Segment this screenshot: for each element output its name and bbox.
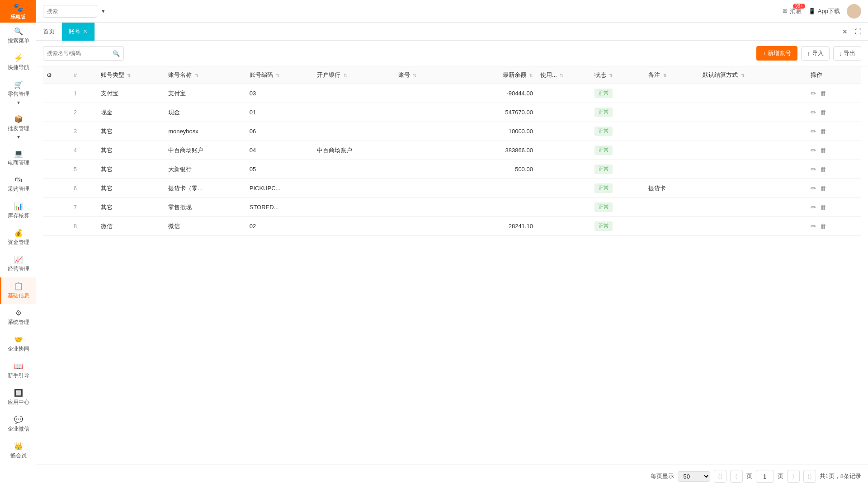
of-page-label: 页 — [778, 472, 783, 480]
operations-icon: 📈 — [14, 255, 23, 264]
tab-home-label: 首页 — [43, 28, 55, 36]
search-input[interactable] — [47, 50, 110, 56]
tab-home[interactable]: 首页 — [36, 23, 62, 41]
sidebar-item-wechat[interactable]: 💬 企业微信 — [0, 411, 36, 437]
cell-status: 正常 — [591, 84, 645, 103]
delete-button[interactable]: 🗑 — [820, 222, 827, 230]
sidebar-item-vip[interactable]: 👑 畅会员 — [0, 437, 36, 464]
cell-code: PICKUPC... — [246, 179, 314, 198]
search-icon[interactable]: 🔍 — [113, 50, 120, 57]
sidebar-item-inventory[interactable]: 📊 库存核算 — [0, 197, 36, 224]
cell-account — [395, 179, 462, 198]
last-page-button[interactable]: ⟩⟩ — [803, 470, 816, 483]
delete-button[interactable]: 🗑 — [820, 108, 827, 116]
cell-status: 正常 — [591, 198, 645, 217]
sidebar-item-retail[interactable]: 🛒 零售管理 ▾ — [0, 76, 36, 110]
message-button[interactable]: ✉ 消息 99+ — [783, 7, 802, 15]
col-remark[interactable]: 备注 ⇅ — [645, 66, 699, 84]
sidebar-item-search[interactable]: 🔍 搜索菜单 — [0, 23, 36, 49]
accounts-table: ⚙ # 账号类型 ⇅ 账号名称 ⇅ 账号编码 ⇅ — [43, 66, 861, 236]
cell-settings — [43, 84, 70, 103]
cell-type: 其它 — [97, 141, 165, 160]
delete-button[interactable]: 🗑 — [820, 165, 827, 173]
cell-action: ✏ 🗑 — [807, 141, 861, 160]
sidebar-item-label: 资金管理 — [8, 239, 29, 246]
cell-code: 05 — [246, 160, 314, 179]
sidebar-item-finance[interactable]: 💰 资金管理 — [0, 224, 36, 251]
col-name[interactable]: 账号名称 ⇅ — [165, 66, 246, 84]
finance-icon: 💰 — [14, 229, 23, 237]
sidebar-item-system[interactable]: ⚙ 系统管理 — [0, 304, 36, 331]
cell-num: 4 — [70, 141, 97, 160]
sidebar-item-label: 采购管理 — [8, 185, 29, 193]
tab-expand-button[interactable]: ⛶ — [853, 26, 863, 37]
sidebar-item-shortcut[interactable]: ⚡ 快捷导航 — [0, 49, 36, 76]
status-badge: 正常 — [594, 202, 613, 212]
message-icon: ✉ — [783, 8, 788, 14]
header-search-input[interactable] — [43, 5, 97, 18]
delete-button[interactable]: 🗑 — [820, 127, 827, 135]
cell-num: 8 — [70, 217, 97, 236]
edit-button[interactable]: ✏ — [811, 184, 816, 192]
sidebar-item-label: 畅会员 — [10, 452, 27, 460]
delete-button[interactable]: 🗑 — [820, 184, 827, 192]
col-status[interactable]: 状态 ⇅ — [591, 66, 645, 84]
col-account[interactable]: 账号 ⇅ — [395, 66, 462, 84]
sidebar-item-basic[interactable]: 📋 基础信息 — [0, 277, 36, 304]
tab-close-button[interactable]: ✕ — [840, 26, 850, 37]
col-type[interactable]: 账号类型 ⇅ — [97, 66, 165, 84]
col-use[interactable]: 使用... ⇅ — [537, 66, 591, 84]
delete-button[interactable]: 🗑 — [820, 89, 827, 97]
delete-button[interactable]: 🗑 — [820, 203, 827, 211]
cell-balance: 28241.10 — [462, 217, 537, 236]
sidebar-item-agreement[interactable]: 🤝 企业协同 — [0, 331, 36, 357]
col-code[interactable]: 账号编码 ⇅ — [246, 66, 314, 84]
edit-button[interactable]: ✏ — [811, 203, 816, 211]
export-button[interactable]: ↓ 导出 — [833, 46, 862, 61]
col-payment[interactable]: 默认结算方式 ⇅ — [699, 66, 807, 84]
app-download-icon: 📱 — [808, 8, 816, 14]
table-row: 8 微信 微信 02 28241.10 正常 ✏ 🗑 — [43, 217, 861, 236]
add-account-button[interactable]: + 新增账号 — [756, 46, 797, 61]
sidebar-item-purchase[interactable]: 🛍 采购管理 — [0, 171, 36, 197]
sidebar-item-guide[interactable]: 📖 新手引导 — [0, 357, 36, 384]
col-balance[interactable]: 最新余额 ⇅ — [462, 66, 537, 84]
import-label: 导入 — [812, 49, 824, 57]
cell-name: 提货卡（零... — [165, 179, 246, 198]
sidebar-item-app-center[interactable]: 🔲 应用中心 — [0, 384, 36, 411]
header-dropdown[interactable]: ▾ — [102, 8, 105, 14]
edit-button[interactable]: ✏ — [811, 146, 816, 155]
cell-use — [537, 217, 591, 236]
cell-bank — [313, 198, 395, 217]
edit-button[interactable]: ✏ — [811, 222, 816, 230]
sidebar-item-operations[interactable]: 📈 经营管理 — [0, 251, 36, 277]
prev-page-button[interactable]: ⟨ — [730, 470, 743, 483]
tab-account[interactable]: 账号 ✕ — [62, 23, 95, 41]
edit-button[interactable]: ✏ — [811, 127, 816, 136]
cell-status: 正常 — [591, 122, 645, 141]
tab-close-icon[interactable]: ✕ — [83, 28, 88, 35]
delete-button[interactable]: 🗑 — [820, 146, 827, 154]
page-input[interactable] — [756, 470, 774, 483]
search-menu-icon: 🔍 — [14, 27, 23, 36]
tab-account-label: 账号 — [69, 28, 80, 36]
cell-action: ✏ 🗑 — [807, 179, 861, 198]
col-bank[interactable]: 开户银行 ⇅ — [313, 66, 395, 84]
cell-payment — [699, 103, 807, 122]
sidebar-item-wholesale[interactable]: 📦 批发管理 ▾ — [0, 110, 36, 145]
edit-button[interactable]: ✏ — [811, 89, 816, 98]
page-size-select[interactable]: 50 100 200 — [678, 471, 710, 482]
sidebar-item-ecommerce[interactable]: 💻 电商管理 — [0, 145, 36, 171]
cell-num: 2 — [70, 103, 97, 122]
next-page-button[interactable]: ⟩ — [787, 470, 800, 483]
edit-button[interactable]: ✏ — [811, 165, 816, 174]
import-button[interactable]: ↑ 导入 — [801, 46, 830, 61]
edit-button[interactable]: ✏ — [811, 108, 816, 117]
first-page-button[interactable]: ⟨⟨ — [714, 470, 726, 483]
col-settings[interactable]: ⚙ — [43, 66, 70, 84]
cell-payment — [699, 160, 807, 179]
cell-balance: 383866.00 — [462, 141, 537, 160]
cell-status: 正常 — [591, 141, 645, 160]
user-avatar[interactable] — [847, 4, 861, 19]
app-download-button[interactable]: 📱 App下载 — [808, 7, 840, 15]
